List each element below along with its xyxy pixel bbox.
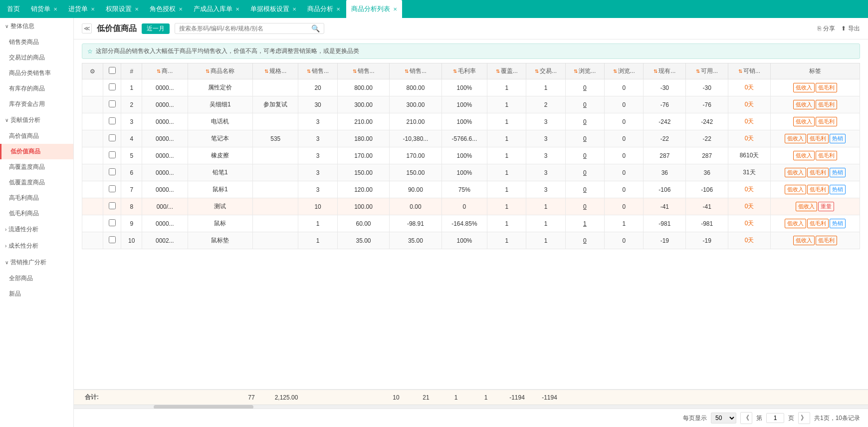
close-icon[interactable]: ✕ <box>393 6 397 12</box>
browse-link[interactable]: 0 <box>583 118 587 125</box>
browse-link[interactable]: 0 <box>583 169 587 176</box>
sidebar-item-stock-goods[interactable]: 有库存的商品 <box>0 81 73 96</box>
col-settings[interactable]: ⚙ <box>82 63 103 79</box>
col-sales-amount[interactable]: ⇅销售... <box>390 63 441 79</box>
row-checkbox[interactable] <box>109 168 116 175</box>
cell-browse1[interactable]: 0 <box>565 113 604 130</box>
row-checkbox[interactable] <box>109 236 116 243</box>
cell-checkbox[interactable] <box>103 113 121 130</box>
cell-browse1[interactable]: 0 <box>565 96 604 113</box>
sidebar-item-low-coverage[interactable]: 低覆盖度商品 <box>0 175 73 190</box>
cell-browse1[interactable]: 0 <box>565 232 604 249</box>
sidebar-item-all-goods[interactable]: 全部商品 <box>0 271 73 286</box>
period-button[interactable]: 近一月 <box>142 23 170 34</box>
close-icon[interactable]: ✕ <box>53 6 57 12</box>
browse-link[interactable]: 0 <box>583 135 587 142</box>
cell-checkbox[interactable] <box>103 147 121 164</box>
horizontal-scrollbar[interactable] <box>74 405 868 409</box>
nav-product-analysis[interactable]: 商品分析 ✕ <box>302 0 345 18</box>
col-trade[interactable]: ⇅交易... <box>526 63 565 79</box>
browse-link[interactable]: 0 <box>583 203 587 210</box>
browse-link[interactable]: 1 <box>583 220 587 227</box>
nav-purchase-order[interactable]: 进货单 ✕ <box>63 0 100 18</box>
sidebar-item-high-value[interactable]: 高价值商品 <box>0 128 73 144</box>
sidebar-item-stock-funds[interactable]: 库存资金占用 <box>0 96 73 112</box>
sidebar-item-traded-goods[interactable]: 交易过的商品 <box>0 50 73 65</box>
page-number-input[interactable] <box>766 413 784 423</box>
sidebar-group-marketing[interactable]: ∨ 营销推广分析 <box>0 254 73 271</box>
row-checkbox[interactable] <box>109 83 116 90</box>
sidebar-item-sales-goods[interactable]: 销售类商品 <box>0 34 73 50</box>
select-all-checkbox[interactable] <box>109 67 116 74</box>
close-icon[interactable]: ✕ <box>179 6 183 12</box>
row-checkbox[interactable] <box>109 202 116 209</box>
cell-browse1[interactable]: 0 <box>565 164 604 181</box>
col-browse2[interactable]: ⇅浏览... <box>605 63 644 79</box>
nav-template[interactable]: 单据模板设置 ✕ <box>245 0 301 18</box>
sidebar-item-low-value[interactable]: 低价值商品 <box>0 144 73 159</box>
row-checkbox[interactable] <box>109 185 116 192</box>
cell-checkbox[interactable] <box>103 79 121 96</box>
nav-permission[interactable]: 权限设置 ✕ <box>101 0 144 18</box>
cell-browse1[interactable]: 0 <box>565 147 604 164</box>
col-checkbox[interactable] <box>103 63 121 79</box>
cell-checkbox[interactable] <box>103 130 121 147</box>
row-checkbox[interactable] <box>109 219 116 226</box>
col-spec[interactable]: ⇅规格... <box>253 63 298 79</box>
page-size-select[interactable]: 50 100 200 <box>711 413 736 424</box>
cell-checkbox[interactable] <box>103 181 121 198</box>
nav-home[interactable]: 首页 <box>2 0 25 18</box>
col-name[interactable]: ⇅商品名称 <box>188 63 253 79</box>
cell-checkbox[interactable] <box>103 164 121 181</box>
close-icon[interactable]: ✕ <box>135 6 139 12</box>
row-checkbox[interactable] <box>109 134 116 141</box>
share-button[interactable]: ⎘ 分享 <box>818 24 835 33</box>
first-page-button[interactable]: 《 <box>740 412 752 424</box>
cell-browse1[interactable]: 0 <box>565 130 604 147</box>
col-code[interactable]: ⇅商... <box>142 63 188 79</box>
collapse-button[interactable]: ≪ <box>82 23 92 33</box>
sidebar-item-high-margin[interactable]: 高毛利商品 <box>0 190 73 206</box>
browse-link[interactable]: 0 <box>583 186 587 193</box>
nav-product-analysis-list[interactable]: 商品分析列表 ✕ <box>346 0 402 18</box>
col-coverage[interactable]: ⇅覆盖... <box>487 63 526 79</box>
export-button[interactable]: ⬆ 导出 <box>841 24 860 33</box>
col-gross-margin[interactable]: ⇅毛利率 <box>441 63 487 79</box>
cell-browse1[interactable]: 0 <box>565 198 604 215</box>
col-current[interactable]: ⇅现有... <box>644 63 686 79</box>
col-browse1[interactable]: ⇅浏览... <box>565 63 604 79</box>
sidebar-group-growth[interactable]: › 成长性分析 <box>0 238 73 254</box>
col-sales-qty[interactable]: ⇅销售... <box>298 63 337 79</box>
table-container[interactable]: ⚙ # ⇅商... ⇅商品名称 ⇅规格... <box>74 63 868 389</box>
col-available[interactable]: ⇅可用... <box>686 63 728 79</box>
close-icon[interactable]: ✕ <box>91 6 95 12</box>
sidebar-group-overall[interactable]: ∨ 整体信息 <box>0 18 73 34</box>
col-sales-price[interactable]: ⇅销售... <box>337 63 389 79</box>
nav-role[interactable]: 角色授权 ✕ <box>145 0 188 18</box>
row-checkbox[interactable] <box>109 151 116 158</box>
browse-link[interactable]: 0 <box>583 84 587 91</box>
next-page-button[interactable]: 》 <box>798 412 810 424</box>
cell-browse1[interactable]: 0 <box>565 79 604 96</box>
close-icon[interactable]: ✕ <box>292 6 296 12</box>
sidebar-item-new-goods[interactable]: 新品 <box>0 286 73 302</box>
cell-checkbox[interactable] <box>103 232 121 249</box>
sidebar-item-high-coverage[interactable]: 高覆盖度商品 <box>0 159 73 175</box>
row-checkbox[interactable] <box>109 100 116 107</box>
cell-browse1[interactable]: 1 <box>565 215 604 232</box>
cell-checkbox[interactable] <box>103 215 121 232</box>
browse-link[interactable]: 0 <box>583 237 587 244</box>
cell-checkbox[interactable] <box>103 198 121 215</box>
sidebar-group-circulation[interactable]: › 流通性分析 <box>0 221 73 238</box>
search-input[interactable] <box>179 25 309 32</box>
cell-checkbox[interactable] <box>103 96 121 113</box>
sidebar-item-low-margin[interactable]: 低毛利商品 <box>0 206 73 221</box>
cell-browse1[interactable]: 0 <box>565 181 604 198</box>
nav-sales-order[interactable]: 销货单 ✕ <box>26 0 62 18</box>
close-icon[interactable]: ✕ <box>235 6 239 12</box>
search-icon[interactable]: 🔍 <box>311 24 320 32</box>
sidebar-item-category-sales-rate[interactable]: 商品分类销售率 <box>0 65 73 81</box>
row-checkbox[interactable] <box>109 117 116 124</box>
browse-link[interactable]: 0 <box>583 152 587 159</box>
sidebar-group-contribution[interactable]: ∨ 贡献值分析 <box>0 112 73 128</box>
